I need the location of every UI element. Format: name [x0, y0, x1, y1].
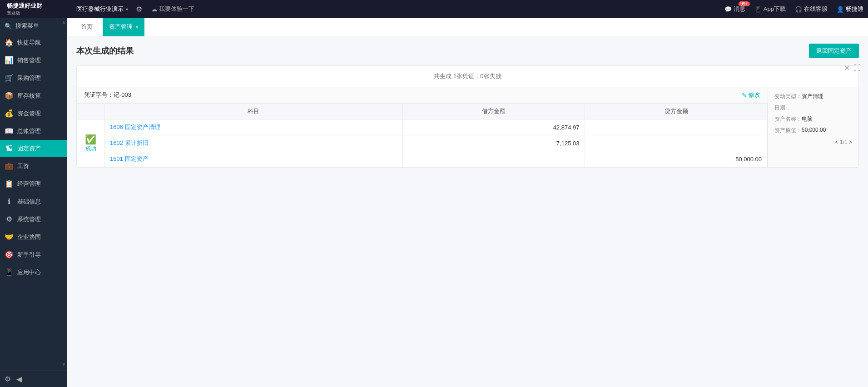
edit-button[interactable]: ✎ 修改 — [742, 91, 760, 99]
app-download-label: App下载 — [764, 5, 786, 13]
sidebar-item-system[interactable]: ⚙ 系统管理 — [0, 210, 67, 228]
app-name: 畅捷通好业财 — [7, 2, 42, 10]
subject-link-1[interactable]: 1606 固定资产清理 — [110, 124, 160, 130]
sidebar-item-sales[interactable]: 📊 销售管理 — [0, 51, 67, 69]
asset-name-value: 电脑 — [802, 115, 813, 123]
online-service-button[interactable]: 🎧 在线客服 — [795, 5, 828, 13]
table-cell-subject-3[interactable]: 1601 固定资产 — [104, 151, 403, 167]
experience-button[interactable]: ☁ 我要体验一下 — [151, 5, 196, 13]
sidebar-item-operations[interactable]: 📋 经营管理 — [0, 175, 67, 193]
sidebar-bottom: ⚙ ◀ — [0, 371, 67, 387]
table-cell-credit-3: 50,000.00 — [585, 151, 768, 167]
side-info-original-value: 资产原值： 50,000.00 — [774, 127, 852, 134]
table-cell-subject-2[interactable]: 1602 累计折旧 — [104, 135, 403, 151]
tab-asset-management[interactable]: 资产管理 × — [103, 18, 144, 36]
subject-link-3[interactable]: 1601 固定资产 — [110, 155, 149, 162]
sidebar-scroll-down[interactable]: ▼ — [61, 362, 66, 367]
sidebar-item-label: 经营管理 — [17, 180, 41, 188]
sidebar-item-label: 企业协同 — [17, 233, 41, 241]
asset-name-label: 资产名称： — [774, 115, 802, 123]
sidebar-item-label: 销售管理 — [17, 56, 41, 64]
edit-label: 修改 — [749, 91, 760, 99]
page-title: 本次生成的结果 — [76, 45, 134, 56]
close-panel-icon[interactable]: ✕ — [844, 64, 850, 72]
original-value-value: 50,000.00 — [802, 127, 826, 134]
cloud-icon: ☁ — [151, 6, 157, 13]
result-summary: 共生成 1张凭证，0张失败 — [77, 66, 858, 87]
sidebar-item-label: 新手引导 — [17, 251, 41, 259]
side-info-panel: 变动类型： 资产清理 日期： 资产名称： 电脑 资产原值： — [768, 87, 858, 167]
sidebar-item-basics[interactable]: ℹ 基础信息 — [0, 193, 67, 210]
tab-home[interactable]: 首页 — [74, 18, 99, 36]
bell-icon: 💬 — [724, 6, 732, 13]
home-icon: 🏠 — [5, 38, 14, 47]
table-cell-debit-2: 7,125.03 — [402, 135, 585, 151]
app-center-icon: 📱 — [5, 268, 14, 277]
sidebar-item-guide[interactable]: 🎯 新手引导 — [0, 246, 67, 263]
notifications-button[interactable]: 💬 消息 99+ — [724, 5, 745, 13]
sidebar-item-capital[interactable]: 💰 资金管理 — [0, 104, 67, 122]
logo-area: 畅捷通好业财 普及版 — [5, 2, 72, 16]
success-status-cell: ✅ 成功 — [77, 119, 104, 167]
success-label: 成功 — [83, 145, 99, 153]
inventory-icon: 📦 — [5, 91, 14, 100]
sidebar-item-label: 采购管理 — [17, 74, 41, 82]
tab-home-label: 首页 — [81, 23, 93, 31]
sidebar-item-label: 库存核算 — [17, 92, 41, 100]
top-header: 畅捷通好业财 普及版 医疗器械行业演示 ▾ ⚙ ☁ 我要体验一下 💬 消息 99… — [0, 0, 868, 18]
gear-icon[interactable]: ⚙ — [136, 5, 142, 14]
sidebar-item-inventory[interactable]: 📦 库存核算 — [0, 87, 67, 104]
sidebar-item-purchase[interactable]: 🛒 采购管理 — [0, 69, 67, 87]
table-row: ✅ 成功 1606 固定资产清理 42,874.97 — [77, 119, 768, 135]
basics-icon: ℹ — [5, 197, 14, 206]
sales-icon: 📊 — [5, 56, 14, 64]
subject-link-2[interactable]: 1602 累计折旧 — [110, 139, 149, 146]
user-profile[interactable]: 👤 畅捷通 — [837, 5, 863, 13]
result-panel: 共生成 1张凭证，0张失败 凭证字号：记-003 ✎ 修改 — [76, 65, 859, 168]
header-right: 💬 消息 99+ 📱 App下载 🎧 在线客服 👤 畅捷通 — [724, 5, 863, 13]
sidebar-item-label: 应用中心 — [17, 268, 41, 277]
sidebar-item-enterprise[interactable]: 🤝 企业协同 — [0, 228, 67, 246]
sidebar-item-app-center[interactable]: 📱 应用中心 — [0, 263, 67, 281]
page-content: ✕ ⛶ 本次生成的结果 返回固定资产 共生成 1张凭证，0张失败 凭证字号：记-… — [67, 36, 868, 387]
panel-controls: ✕ ⛶ — [844, 64, 861, 72]
tab-close-icon[interactable]: × — [135, 24, 138, 30]
table-header-debit: 借方金额 — [402, 104, 585, 119]
company-name: 医疗器械行业演示 — [76, 5, 124, 13]
sidebar-item-label: 搜索菜单 — [15, 22, 39, 30]
content-area: 首页 资产管理 × ✕ ⛶ 本次生成的结果 返回固定资产 共生成 1张凭证，0张… — [67, 18, 868, 387]
main-layout: ▲ 🔍 搜索菜单 🏠 快捷导航 📊 销售管理 🛒 采购管理 📦 库存核算 💰 资… — [0, 18, 868, 387]
back-to-fixed-assets-button[interactable]: 返回固定资产 — [809, 44, 859, 58]
settings-icon[interactable]: ⚙ — [5, 375, 11, 383]
pagination-info: 1/1 — [840, 139, 849, 145]
pagination: < 1/1 > — [774, 139, 852, 145]
next-page-icon[interactable]: > — [849, 139, 852, 145]
company-selector[interactable]: 医疗器械行业演示 ▾ — [76, 5, 130, 13]
system-icon: ⚙ — [5, 215, 14, 223]
success-checkmark-icon: ✅ — [83, 134, 99, 145]
sidebar-scroll-up[interactable]: ▲ — [61, 19, 66, 25]
tab-bar: 首页 资产管理 × — [67, 18, 868, 36]
change-type-value: 资产清理 — [802, 93, 823, 100]
collapse-icon[interactable]: ◀ — [16, 375, 22, 383]
table-header-credit: 贷方金额 — [585, 104, 768, 119]
table-cell-debit-1: 42,874.97 — [402, 119, 585, 135]
sidebar-item-fixed-assets[interactable]: 🏗 固定资产 — [0, 140, 67, 157]
side-info-asset-name: 资产名称： 电脑 — [774, 115, 852, 123]
sidebar-item-search[interactable]: 🔍 搜索菜单 — [0, 18, 67, 34]
edit-icon: ✎ — [742, 92, 747, 99]
ledger-icon: 📖 — [5, 127, 14, 135]
sidebar-item-salary[interactable]: 💼 工资 — [0, 157, 67, 175]
notifications-badge: 99+ — [739, 1, 750, 6]
avatar-icon: 👤 — [837, 6, 844, 13]
phone-icon: 📱 — [754, 6, 762, 13]
capital-icon: 💰 — [5, 109, 14, 118]
expand-panel-icon[interactable]: ⛶ — [853, 64, 861, 72]
sidebar-item-quick-nav[interactable]: 🏠 快捷导航 — [0, 34, 67, 51]
app-download-button[interactable]: 📱 App下载 — [754, 5, 786, 13]
table-cell-subject-1[interactable]: 1606 固定资产清理 — [104, 119, 403, 135]
experience-label: 我要体验一下 — [159, 5, 194, 13]
prev-page-icon[interactable]: < — [835, 139, 838, 145]
tab-active-label: 资产管理 — [109, 23, 133, 31]
sidebar-item-ledger[interactable]: 📖 总账管理 — [0, 122, 67, 140]
